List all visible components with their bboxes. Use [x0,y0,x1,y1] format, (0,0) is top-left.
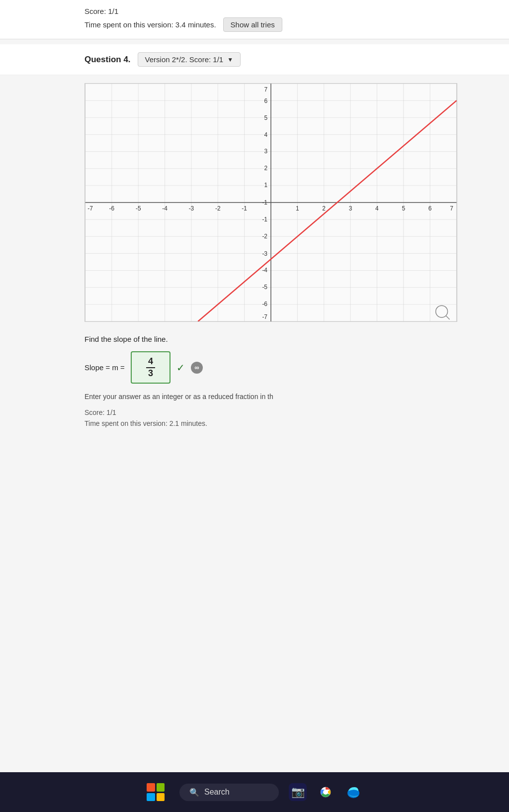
svg-text:7: 7 [264,86,267,93]
top-time-line: Time spent on this version: 3.4 minutes.… [85,17,499,32]
svg-text:-3: -3 [189,205,194,212]
fraction: 4 3 [146,356,155,379]
svg-point-62 [323,790,328,795]
show-all-tries-button[interactable]: Show all tries [223,17,282,32]
svg-text:-2: -2 [262,233,267,240]
question-header: Question 4. Version 2*/2. Score: 1/1 ▼ [0,44,509,75]
svg-text:5: 5 [402,205,405,212]
version-badge[interactable]: Version 2*/2. Score: 1/1 ▼ [138,52,241,67]
windows-quad-3 [147,793,155,802]
search-label: Search [204,788,230,797]
slope-label: Slope = m = [85,363,125,372]
search-bar[interactable]: 🔍 Search [179,784,279,801]
bottom-score: Score: 1/1 [0,404,509,418]
svg-text:-5: -5 [136,205,141,212]
edge-icon[interactable] [344,783,362,801]
fraction-denominator: 3 [146,368,155,379]
start-button[interactable] [147,783,165,801]
svg-text:-6: -6 [109,205,115,212]
svg-text:-3: -3 [262,250,267,257]
taskbar: 🔍 Search 📷 [0,772,509,812]
graph-svg: -1 -2 -3 -4 -5 -6 -7 1 2 3 4 5 6 7 -1 1 … [85,84,457,321]
windows-icon [147,783,165,801]
bottom-time: Time spent on this version: 2.1 minutes. [0,418,509,432]
svg-text:-5: -5 [262,284,267,291]
svg-text:6: 6 [264,98,267,104]
question-text: Find the slope of the line. [0,330,509,346]
svg-text:2: 2 [322,205,326,212]
svg-text:3: 3 [264,148,267,155]
windows-quad-1 [147,783,155,792]
svg-text:-2: -2 [215,205,221,212]
windows-quad-2 [157,783,165,792]
top-section: Score: 1/1 Time spent on this version: 3… [0,0,509,39]
fraction-numerator: 4 [146,356,155,368]
answer-row: Slope = m = 4 3 ✓ ∞ [0,346,509,389]
svg-text:1: 1 [296,205,299,212]
svg-text:-7: -7 [262,313,267,320]
svg-text:-1: -1 [262,216,267,223]
hint-text: Enter your answer as an integer or as a … [0,389,509,404]
edge-svg [344,783,362,801]
chevron-down-icon: ▼ [227,56,233,63]
info-icon[interactable]: ∞ [191,362,203,374]
top-score: Score: 1/1 [85,7,499,15]
svg-text:-4: -4 [162,205,168,212]
svg-text:6: 6 [428,205,432,212]
svg-text:2: 2 [264,165,267,172]
svg-text:-1: -1 [262,199,267,206]
chrome-svg [317,783,335,801]
svg-text:-6: -6 [262,301,267,307]
svg-text:3: 3 [349,205,352,212]
question-label: Question 4. [85,55,131,65]
top-time-text: Time spent on this version: 3.4 minutes. [85,20,216,29]
svg-text:4: 4 [375,205,379,212]
svg-text:-1: -1 [242,205,247,212]
info-symbol: ∞ [194,364,199,371]
chrome-icon[interactable] [317,783,335,801]
svg-text:5: 5 [264,114,267,121]
graph-container: -1 -2 -3 -4 -5 -6 -7 1 2 3 4 5 6 7 -1 1 … [85,83,457,322]
svg-text:1: 1 [264,182,267,189]
version-text: Version 2*/2. Score: 1/1 [145,55,224,64]
answer-box: 4 3 [131,351,170,384]
svg-text:7: 7 [450,205,453,212]
svg-text:-4: -4 [262,267,267,274]
windows-quad-4 [157,793,165,802]
svg-text:4: 4 [264,131,267,138]
check-icon: ✓ [176,362,185,374]
svg-text:-7: -7 [87,205,93,212]
camera-icon[interactable]: 📷 [289,783,307,801]
camera-symbol: 📷 [291,786,305,799]
main-content: Score: 1/1 Time spent on this version: 3… [0,0,509,772]
search-icon: 🔍 [189,788,199,797]
